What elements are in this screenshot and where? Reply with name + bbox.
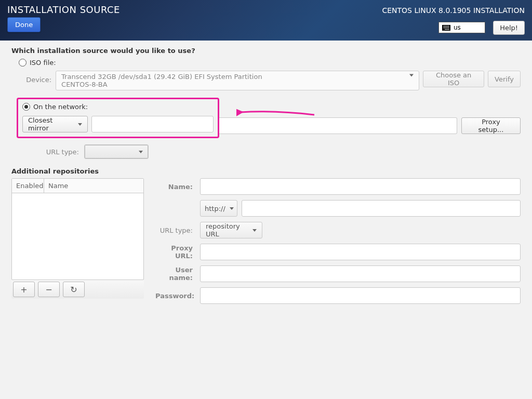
chevron-down-icon [252, 229, 257, 232]
device-label: Device: [25, 71, 51, 84]
choose-iso-button[interactable]: Choose an ISO [423, 71, 484, 87]
proxy-url-input[interactable] [200, 244, 521, 260]
repo-url-type-label: URL type: [155, 227, 193, 234]
verify-button[interactable]: Verify [488, 71, 521, 87]
help-button[interactable]: Help! [493, 21, 525, 35]
url-type-label: URL type: [11, 148, 79, 156]
chevron-down-icon [405, 77, 414, 85]
device-select[interactable]: Transcend 32GB /dev/sda1 (29.42 GiB) EFI… [56, 71, 419, 90]
username-label: User name: [155, 266, 193, 282]
network-option[interactable]: On the network: [22, 103, 214, 111]
keyboard-layout-label: us [454, 24, 461, 31]
repo-name-label: Name: [155, 183, 193, 191]
repo-url-type-value: repository URL [206, 222, 248, 238]
plus-icon: + [20, 285, 27, 295]
repo-url-type-select[interactable]: repository URL [200, 222, 262, 238]
refresh-repo-button[interactable]: ↻ [63, 282, 85, 297]
repo-protocol-label: http:// [205, 205, 225, 212]
url-type-select[interactable] [84, 144, 149, 159]
network-url-input[interactable] [91, 116, 214, 132]
minus-icon: − [45, 285, 52, 295]
radio-checked-icon [22, 103, 30, 111]
chevron-down-icon [78, 123, 82, 126]
repo-th-enabled: Enabled [12, 179, 44, 193]
content-area: Which installation source would you like… [0, 41, 532, 315]
additional-repos-title: Additional repositories [11, 167, 521, 175]
password-input[interactable] [200, 287, 521, 304]
network-url-input-extension[interactable] [219, 117, 457, 134]
iso-file-label: ISO file: [30, 59, 56, 66]
iso-file-option[interactable]: ISO file: [19, 59, 521, 66]
highlighted-network-option: On the network: Closest mirror [17, 98, 219, 138]
device-line-1: Transcend 32GB /dev/sda1 (29.42 GiB) EFI… [61, 73, 414, 81]
mirror-select[interactable]: Closest mirror [22, 116, 88, 132]
repo-th-name: Name [44, 179, 143, 193]
proxy-url-label: Proxy URL: [155, 244, 193, 260]
radio-unchecked-icon [19, 59, 26, 66]
refresh-icon: ↻ [70, 285, 77, 295]
keyboard-icon [442, 25, 450, 31]
device-line-2: CENTOS-8-BA [61, 81, 414, 88]
keyboard-layout-indicator[interactable]: us [438, 22, 485, 33]
done-button[interactable]: Done [7, 17, 41, 32]
installer-subtitle: CENTOS LINUX 8.0.1905 INSTALLATION [382, 6, 525, 15]
username-input[interactable] [200, 265, 521, 282]
remove-repo-button[interactable]: − [38, 282, 60, 297]
add-repo-button[interactable]: + [13, 282, 35, 297]
repo-url-input[interactable] [242, 200, 521, 217]
chevron-down-icon [230, 207, 234, 210]
repo-table[interactable]: Enabled Name [11, 178, 144, 280]
source-question: Which installation source would you like… [11, 47, 521, 55]
password-label: Password: [155, 292, 193, 300]
repo-name-input[interactable] [200, 178, 521, 195]
chevron-down-icon [139, 151, 143, 153]
installer-header: INSTALLATION SOURCE Done CENTOS LINUX 8.… [0, 0, 532, 41]
repo-protocol-select[interactable]: http:// [200, 200, 237, 217]
proxy-setup-button[interactable]: Proxy setup... [461, 117, 521, 134]
network-label: On the network: [33, 103, 88, 111]
mirror-select-label: Closest mirror [28, 116, 74, 132]
